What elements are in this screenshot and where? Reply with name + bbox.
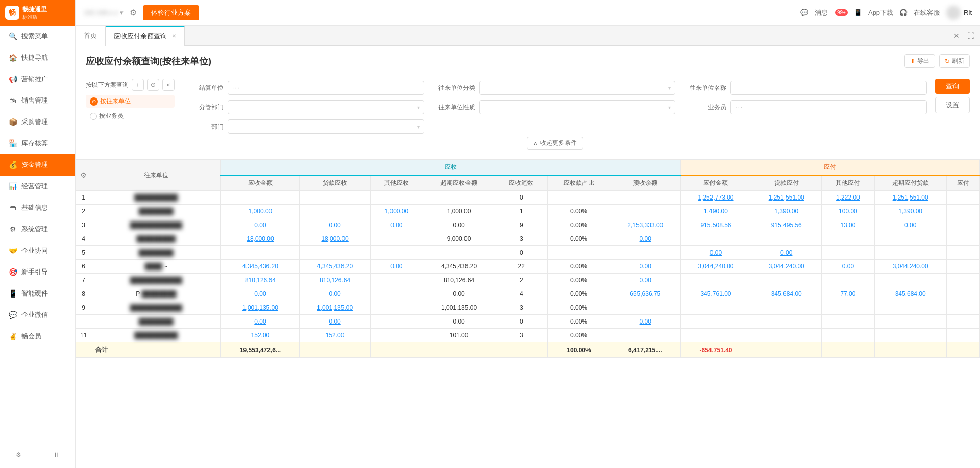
sidebar-logo: 畅 畅捷通里 标准版 — [0, 0, 75, 26]
partner-name-input[interactable] — [730, 81, 927, 95]
sidebar-item-label: 经营管理 — [21, 182, 48, 191]
window-maximize-btn[interactable]: ⛶ — [966, 31, 976, 41]
page-header: 应收应付余额查询(按往来单位) ⬆ 导出 ↻ 刷新 — [76, 46, 980, 72]
table-row: ████████ 0.00 0.00 0.00 0 0.00% 0.00 — [76, 315, 980, 329]
tab-ar-query[interactable]: 应收应付余额查询 ✕ — [106, 26, 185, 46]
query-button[interactable]: 查询 — [935, 79, 970, 94]
table-row: 1 ██████████ 0 1,252,773.00 1,251,551.00 — [76, 191, 980, 205]
window-close-btn[interactable]: ✕ — [951, 31, 962, 41]
breadcrumb: 192.168.x.x ▾ — [84, 9, 124, 16]
top-header: 192.168.x.x ▾ ⚙ 体验行业方案 💬 消息 99+ 📱 App下载 … — [76, 0, 980, 26]
basic-info-icon: 🗃 — [8, 203, 17, 212]
total-ar-amount: 19,553,472,6... — [221, 342, 300, 358]
sidebar-item-marketing[interactable]: 📢 营销推广 — [0, 68, 75, 90]
try-solution-button[interactable]: 体验行业方案 — [143, 5, 199, 20]
sidebar-item-quicknav[interactable]: 🏠 快捷导航 — [0, 47, 75, 68]
ar-amount-cell — [221, 191, 300, 205]
ap-tail-cell — [946, 191, 979, 205]
ar-ratio-cell — [548, 191, 610, 205]
table-row: 8 P ████████ 0.00 0.00 0.00 4 0.00% 655,… — [76, 287, 980, 301]
refresh-button[interactable]: ↻ 刷新 — [939, 54, 970, 68]
col-setting-header[interactable]: ⚙ — [76, 160, 91, 191]
search-fields-area: 结算单位 ··· 往来单位分类 ▾ — [183, 79, 927, 153]
tab-close-icon[interactable]: ✕ — [172, 33, 176, 39]
inventory-icon: 🏪 — [8, 139, 17, 148]
dept-input[interactable]: ▾ — [228, 119, 424, 134]
sidebar-menu: 🔍 搜索菜单 🏠 快捷导航 📢 营销推广 🛍 销售管理 📦 采购管理 🏪 库存核… — [0, 26, 75, 441]
user-info[interactable]: Rit — [946, 6, 972, 20]
payable-group-header: 应付 — [680, 160, 979, 176]
tab-home[interactable]: 首页 — [76, 26, 106, 46]
scheme-label: 按以下方案查询 — [86, 81, 129, 89]
sidebar-item-system[interactable]: ⚙ 系统管理 — [0, 218, 75, 240]
sidebar-item-label: 智能硬件 — [21, 289, 48, 298]
dropdown-arrow-icon3: ▾ — [668, 105, 671, 110]
sidebar-item-purchase[interactable]: 📦 采购管理 — [0, 111, 75, 133]
sidebar-item-sales[interactable]: 🛍 销售管理 — [0, 90, 75, 111]
radio-icon — [90, 113, 97, 120]
collapse-row: ∧ 收起更多条件 — [183, 134, 927, 153]
partner-category-input[interactable]: ▾ — [479, 81, 676, 95]
sidebar-item-label: 新手引导 — [21, 267, 48, 277]
tab-home-label: 首页 — [84, 31, 97, 40]
dropdown-arrow-icon4: ▾ — [417, 124, 420, 130]
total-ar-ratio: 100.00% — [548, 342, 610, 358]
app-download-btn[interactable]: 📱 App下载 — [854, 8, 893, 17]
salesperson-input[interactable]: ··· — [730, 100, 927, 114]
sidebar-item-guide[interactable]: 🎯 新手引导 — [0, 261, 75, 283]
row-num: 1 — [76, 191, 91, 205]
sidebar-collapse-btn[interactable]: ⏸ — [48, 447, 64, 463]
ar-overdue-cell — [423, 191, 495, 205]
partner-nature-input[interactable]: ▾ — [479, 100, 676, 114]
settings-button[interactable]: 设置 — [935, 97, 970, 113]
prepay-cell — [610, 191, 680, 205]
cooperation-icon: 🤝 — [8, 246, 17, 255]
gear-settings-icon[interactable]: ⚙ — [130, 8, 137, 17]
system-icon: ⚙ — [8, 225, 17, 234]
sidebar-item-cooperation[interactable]: 🤝 企业协同 — [0, 240, 75, 261]
finance-icon: 💰 — [8, 160, 17, 169]
sidebar-item-member[interactable]: ✌ 畅会员 — [0, 326, 75, 347]
ap-amount-cell: 1,252,773.00 — [680, 191, 751, 205]
sidebar-item-finance[interactable]: 💰 资金管理 — [0, 154, 75, 176]
export-icon: ⬆ — [910, 58, 915, 65]
ap-loan-cell: 1,251,551.00 — [751, 191, 822, 205]
sidebar-item-label: 企业微信 — [21, 310, 48, 319]
refresh-icon: ↻ — [945, 58, 950, 65]
col-ap-other: 其他应付 — [822, 175, 874, 191]
scheme-by-salesperson[interactable]: 按业务员 — [86, 110, 175, 122]
sidebar-item-basic-info[interactable]: 🗃 基础信息 — [0, 197, 75, 218]
settlement-unit-input[interactable]: ··· — [228, 81, 424, 95]
message-btn[interactable]: 💬 消息 99+ — [800, 8, 848, 17]
sidebar-item-inventory[interactable]: 🏪 库存核算 — [0, 133, 75, 154]
dept-label: 部门 — [183, 122, 224, 131]
scheme-back-btn[interactable]: « — [162, 79, 175, 91]
collapse-btn[interactable]: ∧ 收起更多条件 — [527, 137, 583, 150]
breadcrumb-ip: 192.168.x.x — [84, 9, 118, 16]
ar-other-cell — [370, 191, 423, 205]
sidebar-item-business[interactable]: 📊 经营管理 — [0, 176, 75, 197]
add-scheme-btn[interactable]: ＋ — [132, 79, 144, 91]
sidebar-item-label: 畅会员 — [21, 332, 41, 341]
field-settlement-unit: 结算单位 ··· — [183, 81, 424, 95]
sidebar-settings-btn[interactable]: ⚙ — [11, 447, 27, 463]
ap-other-cell: 1,222.00 — [822, 191, 874, 205]
table-settings-icon[interactable]: ⚙ — [80, 171, 87, 179]
scheme-settings-btn[interactable]: ⊙ — [147, 79, 159, 91]
partner-cell: ██████████ — [91, 191, 221, 205]
online-service-btn[interactable]: 🎧 在线客服 — [899, 8, 940, 17]
message-icon: 💬 — [800, 9, 808, 16]
scheme-by-partner[interactable]: ⊙ 按往来单位 — [86, 95, 175, 108]
page-header-actions: ⬆ 导出 ↻ 刷新 — [904, 54, 970, 68]
sidebar-item-label: 系统管理 — [21, 225, 48, 234]
sidebar-item-wechat[interactable]: 💬 企业微信 — [0, 304, 75, 326]
sidebar-item-search[interactable]: 🔍 搜索菜单 — [0, 26, 75, 47]
dept-manager-input[interactable]: ▾ — [228, 100, 424, 114]
export-button[interactable]: ⬆ 导出 — [904, 54, 935, 68]
search-area: 按以下方案查询 ＋ ⊙ « ⊙ 按往来单位 — [76, 72, 980, 159]
search-fields-grid: 结算单位 ··· 往来单位分类 ▾ — [183, 81, 927, 134]
business-icon: 📊 — [8, 182, 17, 191]
sidebar-item-label: 资金管理 — [21, 160, 48, 169]
sidebar-item-hardware[interactable]: 📱 智能硬件 — [0, 283, 75, 304]
col-ar-ratio: 应收款占比 — [548, 175, 610, 191]
